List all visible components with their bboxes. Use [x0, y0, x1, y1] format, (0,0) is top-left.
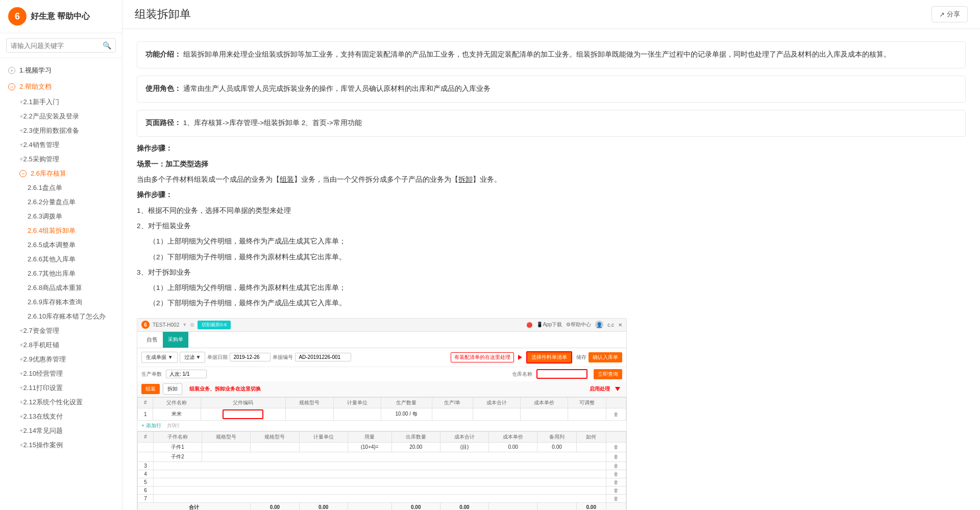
- nav-tab-purchase[interactable]: 采购单: [163, 332, 188, 348]
- search-icon[interactable]: 🔍: [103, 41, 111, 50]
- sidebar-item-other-out[interactable]: 2.6.7其他出库单: [28, 266, 122, 281]
- search-area: 🔍: [0, 33, 122, 58]
- sidebar-item-newbie[interactable]: +2.1新手入门: [19, 95, 122, 109]
- step1-text: 1、根据不同的业务，选择不同单据的类型来处理: [137, 205, 966, 217]
- sidebar-item-personalize[interactable]: +2.12系统个性化设置: [19, 395, 122, 409]
- date-input[interactable]: [230, 353, 271, 361]
- add-upper-row-btn[interactable]: + 添加行: [141, 423, 161, 428]
- sidebar-item-purchase[interactable]: +2.5采购管理: [19, 152, 122, 166]
- lower-col-cost1: 成本合计: [440, 431, 488, 442]
- upper-col-cost-unit: 成本单价: [521, 397, 568, 408]
- sidebar-item-payment[interactable]: +2.13在线支付: [19, 409, 122, 424]
- upper-table-wrapper: # 父件名称 父件编码 规格型号 计量单位 生产数量 生产/单 成本合计 成本单…: [137, 397, 626, 421]
- app-icons-right: 🔴 📱App下载 ⚙帮助中心 👤 c.c ✕: [526, 321, 622, 329]
- footer-v7: [537, 502, 577, 510]
- lr4-rest: [153, 470, 606, 478]
- upper-code-input[interactable]: [223, 409, 263, 419]
- sidebar-item-ledger-query[interactable]: 2.6.9库存账本查询: [28, 295, 122, 309]
- sidebar-item-operations[interactable]: +2.10经营管理: [19, 367, 122, 381]
- lr1-del[interactable]: 🗑: [606, 442, 626, 452]
- lower-table: # 子件名称 规格型号 规格型号 计量单位 用量 出库数量 成本合计 成本单价 …: [137, 431, 626, 510]
- sidebar-item-finance[interactable]: +2.7资金管理: [19, 324, 122, 338]
- lower-col-use: 用量: [348, 431, 391, 442]
- nav-tree: + 1.视频学习 − 2.帮助文档 +2.1新手入门 +2.2产品安装及登录 +…: [0, 58, 122, 510]
- lr6-del[interactable]: 🗑: [606, 486, 626, 494]
- sidebar-item-video[interactable]: + 1.视频学习: [0, 62, 122, 79]
- footer-label: 合计: [138, 502, 251, 510]
- bill-input[interactable]: [295, 353, 351, 361]
- sidebar-item-cases[interactable]: +2.15操作案例: [19, 438, 122, 452]
- sidebar-item-inventory-partial[interactable]: 2.6.2分量盘点单: [28, 195, 122, 209]
- footer-v1: 0.00: [251, 502, 299, 510]
- upper-cell-del[interactable]: 🗑: [606, 408, 626, 420]
- app-main-nav: 自售 采购单: [137, 332, 626, 348]
- step3-sub2: （2）下部明细为子件明细，最终作为产成品生成其它入库单。: [149, 297, 966, 309]
- sidebar-item-data-prep[interactable]: +2.3使用前数据准备: [19, 124, 122, 138]
- lower-table-footer: 合计 0.00 0.00 0.00 0.00 0.00: [138, 502, 626, 510]
- enable-annotation: 启用处理: [590, 385, 610, 393]
- docs-sub-items: +2.1新手入门 +2.2产品安装及登录 +2.3使用前数据准备 +2.4销售管…: [0, 95, 122, 452]
- footer-v6: [489, 502, 537, 510]
- screenshot-content: 6 TEST-H002 ▼ ⚙ 切割裁剪0-6 🔴 📱App下载 ⚙帮助中心 👤…: [137, 319, 626, 510]
- lr3-num: 3: [138, 462, 154, 470]
- btn-disassembly-type[interactable]: 拆卸: [163, 383, 182, 395]
- sidebar-item-sales[interactable]: +2.4销售管理: [19, 138, 122, 152]
- btn-apply[interactable]: 立即查询: [594, 369, 622, 379]
- lower-table-wrapper: # 子件名称 规格型号 规格型号 计量单位 用量 出库数量 成本合计 成本单价 …: [137, 431, 626, 510]
- lr1-cost2: 0.00: [489, 442, 537, 452]
- upper-cell-adjust: [568, 408, 606, 420]
- sidebar-item-ledger-fix[interactable]: 2.6.10库存账本错了怎么办: [28, 309, 122, 324]
- btn-select-bom[interactable]: 选择件料单清单: [526, 351, 572, 363]
- sidebar-item-inventory[interactable]: −2.6库存核算: [19, 166, 122, 181]
- lower-col-how: 如何: [576, 431, 606, 442]
- sidebar: 6 好生意 帮助中心 🔍 + 1.视频学习 − 2.帮助文档 +2.1新手入门: [0, 0, 122, 510]
- lr4-del[interactable]: 🗑: [606, 470, 626, 478]
- lr5-del[interactable]: 🗑: [606, 478, 626, 486]
- footer-v4: 0.00: [391, 502, 440, 510]
- sidebar-item-inventory-transfer[interactable]: 2.6.3调拨单: [28, 209, 122, 224]
- btn-new[interactable]: 生成单据 ▼: [141, 352, 178, 363]
- settings-right-icon: ⚙帮助中心: [566, 321, 591, 328]
- nav-section-video: + 1.视频学习: [0, 62, 122, 79]
- share-button[interactable]: ↗ 分享: [932, 6, 968, 22]
- sidebar-item-install[interactable]: +2.2产品安装及登录: [19, 109, 122, 124]
- lr3-del[interactable]: 🗑: [606, 462, 626, 470]
- btn-filter[interactable]: 过滤 ▼: [180, 352, 206, 363]
- sidebar-item-cost-recalc[interactable]: 2.6.8商品成本重算: [28, 281, 122, 295]
- btn-save[interactable]: 储存: [576, 354, 586, 361]
- username: c.c: [607, 322, 614, 328]
- sidebar-item-cost-adjust[interactable]: 2.6.5成本调整单: [28, 238, 122, 252]
- logo-text: 好生意 帮助中心: [31, 11, 90, 22]
- upper-col-unit: 计量单位: [333, 397, 381, 408]
- sidebar-item-coupon[interactable]: +2.9优惠券管理: [19, 352, 122, 367]
- sidebar-item-inventory-count[interactable]: 2.6.1盘点单: [28, 181, 122, 195]
- lower-row-2: 子件2 🗑: [138, 452, 626, 462]
- form-count-input[interactable]: [166, 370, 207, 378]
- btn-assembly-type[interactable]: 组装: [141, 384, 160, 394]
- app-teal-btn[interactable]: 切割裁剪0-6: [198, 321, 231, 329]
- upper-cell-qty: 10.00 / 每: [381, 408, 432, 420]
- nav-tab-home[interactable]: 自售: [141, 332, 163, 348]
- lr2-del[interactable]: 🗑: [606, 452, 626, 462]
- upper-col-code: 父件编码: [201, 397, 286, 408]
- bill-label: 单据编号: [273, 354, 293, 361]
- bom-annotation: 有装配清单的在这里处理: [451, 352, 514, 362]
- upper-table-row: 1 米米 10.00 / 每: [138, 408, 626, 420]
- upper-col-adjust: 可调整: [568, 397, 606, 408]
- sidebar-item-other-in[interactable]: 2.6.6其他入库单: [28, 252, 122, 266]
- sidebar-item-mobile[interactable]: +2.8手机旺铺: [19, 338, 122, 352]
- upper-col-qty: 生产数量: [381, 397, 432, 408]
- sidebar-item-faq[interactable]: +2.14常见问题: [19, 424, 122, 438]
- sidebar-item-assembly[interactable]: 2.6.4组装拆卸单: [28, 224, 122, 238]
- upper-cell-cost-unit: [521, 408, 568, 420]
- lower-row-4: 4 🗑: [138, 470, 626, 478]
- path-block: 页面路径： 1、库存核算->库存管理->组装拆卸单 2、首页->常用功能: [137, 110, 966, 137]
- btn-confirm[interactable]: 确认入库单: [589, 352, 622, 362]
- sidebar-item-docs[interactable]: − 2.帮助文档: [0, 79, 122, 95]
- step2-sub2: （2）下部明细为子件明细，最终作为原材料生成其它出库单。: [149, 251, 966, 263]
- sidebar-item-print[interactable]: +2.11打印设置: [19, 381, 122, 395]
- lr7-del[interactable]: 🗑: [606, 494, 626, 502]
- search-input[interactable]: [11, 42, 103, 50]
- warehouse-input[interactable]: [536, 369, 587, 379]
- close-icon[interactable]: ✕: [618, 322, 622, 328]
